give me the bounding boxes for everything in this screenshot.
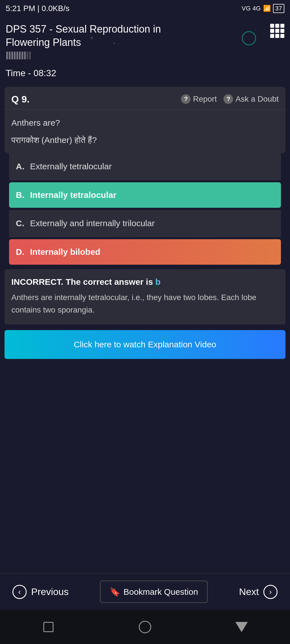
option-a-text: Externally tetralocular bbox=[30, 162, 274, 171]
battery-icon: 37 bbox=[273, 4, 284, 13]
bookmark-icon: 🔖 bbox=[110, 587, 120, 597]
option-a[interactable]: A. Externally tetralocular bbox=[9, 153, 281, 180]
report-label: Report bbox=[193, 95, 217, 104]
correct-answer-letter: b bbox=[155, 277, 160, 286]
option-d-text: Internally bilobed bbox=[30, 247, 274, 257]
option-d[interactable]: D. Internally bilobed bbox=[9, 239, 281, 265]
bookmark-button[interactable]: 🔖 Bookmark Question bbox=[100, 581, 208, 603]
ask-doubt-label: Ask a Doubt bbox=[235, 95, 279, 104]
question-text-english: Anthers are? bbox=[5, 110, 285, 131]
option-c-text: Externally and internally trilocular bbox=[30, 219, 274, 228]
recent-apps-button[interactable] bbox=[42, 621, 55, 633]
home-icon bbox=[139, 621, 151, 633]
back-icon bbox=[235, 622, 248, 632]
status-bar: 5:21 PM | 0.0KB/s VG 4G 📶 37 bbox=[0, 0, 290, 17]
answer-explanation: Anthers are internally tetralocular, i.e… bbox=[11, 291, 279, 317]
next-arrow-icon: › bbox=[263, 585, 278, 599]
next-button[interactable]: Next › bbox=[232, 579, 284, 605]
previous-arrow-icon: ‹ bbox=[12, 585, 27, 599]
question-card: Q 9. ? Report ? Ask a Doubt Anthers are?… bbox=[5, 87, 285, 153]
home-button[interactable] bbox=[139, 621, 151, 633]
option-b-label: B. bbox=[16, 190, 24, 200]
question-actions: ? Report ? Ask a Doubt bbox=[181, 94, 279, 104]
signal-bars-icon: 📶 bbox=[263, 5, 271, 12]
header: DPS 357 - Sexual Reproduction in Floweri… bbox=[0, 17, 290, 81]
timer-display: Time - 08:32 bbox=[6, 68, 284, 78]
status-time: 5:21 PM | 0.0KB/s bbox=[6, 4, 69, 13]
grid-menu-icon[interactable] bbox=[270, 24, 284, 38]
question-header: Q 9. ? Report ? Ask a Doubt bbox=[5, 87, 285, 110]
bottom-navigation: ‹ Previous 🔖 Bookmark Question Next › bbox=[0, 573, 290, 610]
signal-text: VG 4G bbox=[242, 5, 261, 12]
header-top: DPS 357 - Sexual Reproduction in Floweri… bbox=[6, 23, 284, 49]
page-title: DPS 357 - Sexual Reproduction in Floweri… bbox=[6, 23, 176, 49]
question-text-hindi: परागकोश (Anther) होते हैं? bbox=[5, 131, 285, 153]
options-container: A. Externally tetralocular B. Internally… bbox=[5, 153, 285, 265]
ask-doubt-icon: ? bbox=[223, 94, 233, 104]
option-c-label: C. bbox=[16, 219, 24, 228]
next-label: Next bbox=[239, 586, 259, 597]
previous-label: Previous bbox=[31, 586, 69, 597]
back-button[interactable] bbox=[235, 621, 248, 633]
status-icons: VG 4G 📶 37 bbox=[242, 4, 284, 13]
progress-decoration bbox=[6, 52, 284, 59]
answer-result: INCORRECT. The correct answer is b bbox=[11, 277, 279, 287]
previous-button[interactable]: ‹ Previous bbox=[6, 579, 75, 605]
option-b-text: Internally tetralocular bbox=[30, 190, 274, 200]
ask-doubt-button[interactable]: ? Ask a Doubt bbox=[223, 94, 279, 104]
recent-apps-icon bbox=[43, 622, 54, 632]
report-icon: ? bbox=[181, 94, 191, 104]
spacer bbox=[0, 359, 290, 444]
question-number: Q 9. bbox=[11, 94, 29, 105]
option-a-label: A. bbox=[16, 162, 24, 171]
option-c[interactable]: C. Externally and internally trilocular bbox=[9, 210, 281, 237]
option-b[interactable]: B. Internally tetralocular bbox=[9, 182, 281, 208]
watch-video-button[interactable]: Click here to watch Explanation Video bbox=[5, 330, 285, 359]
report-button[interactable]: ? Report bbox=[181, 94, 217, 104]
answer-section: INCORRECT. The correct answer is b Anthe… bbox=[5, 269, 285, 325]
option-d-label: D. bbox=[16, 247, 24, 257]
bookmark-label: Bookmark Question bbox=[123, 587, 198, 597]
system-navigation-bar bbox=[0, 610, 290, 644]
